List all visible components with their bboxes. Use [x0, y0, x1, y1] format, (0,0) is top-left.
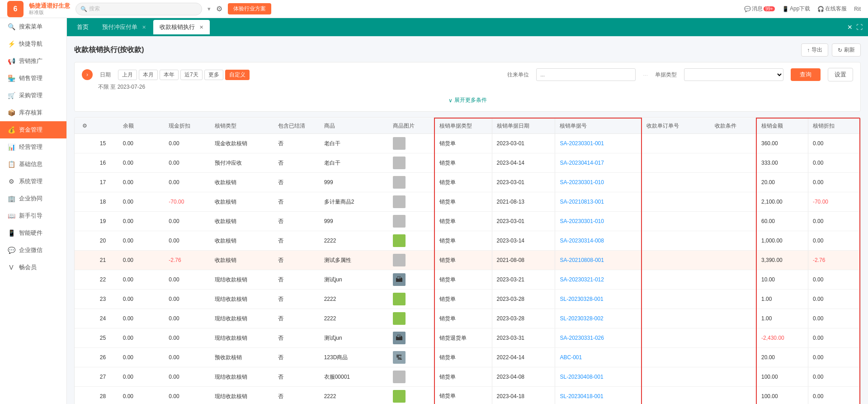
col-balance-cell: 0.00: [118, 290, 165, 309]
date-btn-7days[interactable]: 近7天: [180, 70, 203, 80]
sidebar-item-purchase[interactable]: 🛒 采购管理: [0, 87, 66, 104]
sidebar-item-wechat[interactable]: 💬 企业微信: [0, 242, 66, 259]
col-product-cell: 2222: [320, 309, 389, 328]
col-receipt-order-no-cell: [642, 387, 711, 404]
cancel-bill-no-link[interactable]: SL-20230328-002: [560, 315, 603, 322]
date-btn-this-month[interactable]: 本月: [139, 70, 158, 80]
cancel-bill-no-link[interactable]: ABC-001: [560, 354, 582, 361]
sidebar-item-marketing[interactable]: 📢 营销推广: [0, 52, 66, 70]
table-container: ⚙ 余额 现金折扣 核销类型 包含已结清 商品 商品图片 核销单据类型 核销单据…: [74, 117, 861, 404]
cancel-bill-no-link[interactable]: SL-20230328-001: [560, 296, 603, 302]
sidebar-item-search-menu[interactable]: 🔍 搜索菜单: [0, 18, 66, 35]
cancel-bill-no-link[interactable]: SA-20230314-008: [560, 238, 604, 244]
message-btn[interactable]: 💬 消息 99+: [744, 5, 775, 13]
gear-icon[interactable]: ⚙: [216, 5, 222, 13]
sidebar-item-enterprise[interactable]: 🏢 企业协同: [0, 190, 66, 207]
col-cancel-bill-no-cell[interactable]: SA-20230301-001: [555, 134, 642, 153]
fullscreen-icon[interactable]: ⛶: [856, 24, 863, 31]
col-cancel-bill-no-cell[interactable]: SA-20230414-017: [555, 153, 642, 173]
online-service-btn[interactable]: 🎧 在线客服: [817, 5, 847, 13]
col-balance-cell: 0.00: [118, 173, 165, 192]
from-unit-input[interactable]: [536, 68, 636, 81]
col-cancel-type-cell: 现结收款核销: [210, 309, 274, 328]
brand-name: 畅捷通谱好生意: [29, 2, 70, 10]
sidebar-item-inventory[interactable]: 📦 库存核算: [0, 104, 66, 121]
cancel-bill-no-link[interactable]: SA-20230414-017: [560, 160, 604, 166]
col-include-settled-header: 包含已结清: [274, 118, 320, 134]
col-cancel-bill-no-cell[interactable]: SA-20230301-010: [555, 212, 642, 231]
col-cancel-bill-no-cell[interactable]: SL-20230418-001: [555, 387, 642, 404]
date-btns: 上月 本月 本年 近7天 更多 自定义: [118, 70, 250, 80]
sidebar-item-beginner[interactable]: 📖 新手引导: [0, 207, 66, 224]
col-cancel-bill-no-cell[interactable]: SA-20230331-026: [555, 328, 642, 348]
filter-toggle-btn[interactable]: ›: [82, 69, 93, 80]
sidebar-item-label: 资金管理: [19, 126, 42, 134]
sidebar-item-sales[interactable]: 🏪 销售管理: [0, 70, 66, 87]
tab-receipt-cancel-close[interactable]: ✕: [199, 24, 203, 30]
trial-btn[interactable]: 体验行业方案: [228, 3, 271, 14]
col-product-cell: 老白干: [320, 134, 389, 153]
app-download-label: App下载: [790, 5, 810, 13]
col-cancel-bill-no-cell[interactable]: SA-20230314-008: [555, 231, 642, 251]
sidebar-item-quick-nav[interactable]: ⚡ 快捷导航: [0, 35, 66, 52]
refresh-btn[interactable]: ↻ 刷新: [832, 43, 861, 57]
sidebar-item-label: 企业协同: [19, 195, 42, 203]
date-btn-prev-month[interactable]: 上月: [118, 70, 137, 80]
col-include-settled-cell: 否: [274, 231, 320, 251]
col-settings-cell: [75, 173, 95, 192]
col-cancel-bill-date-cell: 2021-08-13: [492, 192, 555, 212]
date-btn-more[interactable]: 更多: [204, 70, 223, 80]
col-settings-cell: [75, 348, 95, 367]
sidebar-item-finance[interactable]: 💰 资金管理: [0, 121, 66, 138]
col-include-settled-cell: 否: [274, 309, 320, 328]
tab-home[interactable]: 首页: [71, 20, 95, 34]
col-seq-cell: 19: [95, 212, 118, 231]
col-cancel-bill-no-cell[interactable]: SA-20210808-001: [555, 251, 642, 270]
cancel-bill-no-link[interactable]: SL-20230408-001: [560, 374, 603, 380]
expand-more-btn[interactable]: ∨ 展开更多条件: [82, 95, 853, 106]
filter-settings-btn[interactable]: 设置: [828, 68, 853, 81]
search-menu-icon: 🔍: [7, 23, 15, 31]
user-name[interactable]: Rit: [854, 6, 861, 12]
sidebar-item-system[interactable]: ⚙ 系统管理: [0, 173, 66, 190]
col-cancel-bill-no-cell[interactable]: SA-20230301-010: [555, 173, 642, 192]
cancel-bill-no-link[interactable]: SA-20230301-010: [560, 179, 604, 185]
col-cancel-bill-no-cell[interactable]: SA-20210813-001: [555, 192, 642, 212]
table-row: 15 0.00 0.00 现金收款核销 否 老白干 销货单 2023-03-01…: [75, 134, 860, 153]
refresh-icon: ↻: [838, 47, 842, 53]
col-cancel-bill-no-cell[interactable]: ABC-001: [555, 348, 642, 367]
receipt-type-select[interactable]: [684, 68, 783, 81]
col-cancel-bill-no-cell[interactable]: SL-20230328-002: [555, 309, 642, 328]
tab-receipt-cancel[interactable]: 收款核销执行 ✕: [153, 20, 210, 34]
cancel-bill-no-link[interactable]: SA-20230301-010: [560, 218, 604, 224]
col-settings-header[interactable]: ⚙: [75, 118, 95, 134]
dropdown-icon[interactable]: ▾: [208, 5, 211, 12]
date-btn-custom[interactable]: 自定义: [225, 70, 250, 80]
global-search[interactable]: 🔍 搜索: [75, 3, 202, 15]
sidebar-item-member[interactable]: V 畅会员: [0, 259, 66, 276]
export-btn[interactable]: ↑ 导出: [801, 43, 828, 57]
table-row: 16 0.00 0.00 预付冲应收 否 老白干 销货单 2023-04-14 …: [75, 153, 860, 173]
cancel-bill-no-link[interactable]: SA-20210813-001: [560, 199, 604, 205]
cancel-bill-no-link[interactable]: SA-20230321-012: [560, 276, 604, 283]
col-receipt-order-no-cell: [642, 367, 711, 387]
sidebar-item-operations[interactable]: 📊 经营管理: [0, 138, 66, 156]
col-include-settled-cell: 否: [274, 212, 320, 231]
cancel-bill-no-link[interactable]: SA-20210808-001: [560, 257, 604, 263]
cancel-bill-no-link[interactable]: SL-20230418-001: [560, 393, 603, 399]
cancel-bill-no-link[interactable]: SA-20230301-001: [560, 140, 604, 147]
query-btn[interactable]: 查询: [791, 68, 821, 81]
col-cancel-bill-no-cell[interactable]: SA-20230321-012: [555, 270, 642, 290]
cancel-bill-no-link[interactable]: SA-20230331-026: [560, 335, 604, 341]
sidebar-item-smart-hw[interactable]: 📱 智能硬件: [0, 224, 66, 242]
date-btn-this-year[interactable]: 本年: [160, 70, 179, 80]
close-all-icon[interactable]: ✕: [847, 24, 853, 31]
col-cancel-bill-no-cell[interactable]: SL-20230328-001: [555, 290, 642, 309]
col-receipt-condition-cell: [710, 328, 756, 348]
app-download-btn[interactable]: 📱 App下载: [782, 5, 810, 13]
sidebar-item-basic-info[interactable]: 📋 基础信息: [0, 156, 66, 173]
main-table: ⚙ 余额 现金折扣 核销类型 包含已结清 商品 商品图片 核销单据类型 核销单据…: [75, 118, 860, 404]
tab-prepay-close[interactable]: ✕: [142, 24, 146, 30]
col-cancel-bill-no-cell[interactable]: SL-20230408-001: [555, 367, 642, 387]
tab-prepay[interactable]: 预付冲应付单 ✕: [96, 20, 152, 34]
